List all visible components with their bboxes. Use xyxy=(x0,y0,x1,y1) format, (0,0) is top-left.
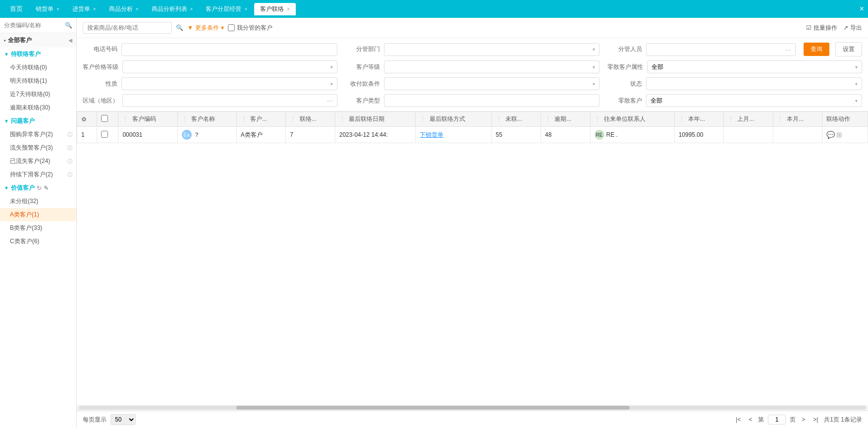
price-level-select[interactable]: ▾ xyxy=(122,60,337,73)
table-area: ⚙ ⋮ 客户编码 ⋮ 客户名称 xyxy=(77,111,868,405)
sidebar-item-warning[interactable]: 流失预警客户(3) ⓘ xyxy=(0,141,76,155)
status-select[interactable]: ▾ xyxy=(646,77,862,90)
nav-tab-sales[interactable]: 销货单 × xyxy=(30,3,65,15)
settings-icon[interactable]: ⚙ xyxy=(81,116,87,123)
sidebar-section-problem[interactable]: ▼ 问题客户 xyxy=(0,114,76,128)
customer-type-input[interactable] xyxy=(384,94,600,107)
retail-attr-select[interactable]: 全部 ▾ xyxy=(647,60,862,73)
col-contact[interactable]: ⋮ 联络... xyxy=(286,112,335,127)
more-filters-button[interactable]: ▼ 更多条件 ▾ xyxy=(187,24,224,32)
sidebar-item-overdue[interactable]: 逾期未联络(30) xyxy=(0,101,76,114)
phone-input[interactable] xyxy=(121,43,337,56)
col-this-month[interactable]: ⋮ 本月... xyxy=(773,112,822,127)
contact-method-link[interactable]: 下销货单 xyxy=(420,131,443,138)
scroll-track[interactable] xyxy=(79,406,866,410)
export-button[interactable]: ↗ 导出 xyxy=(843,24,862,32)
query-button[interactable]: 查询 xyxy=(804,43,829,56)
per-page-select[interactable]: 50 20 100 xyxy=(110,414,136,425)
col-this-year[interactable]: ⋮ 本年... xyxy=(674,112,723,127)
close-icon[interactable]: × xyxy=(244,6,247,12)
customer-level-select[interactable]: ▾ xyxy=(384,60,600,73)
nav-tab-home[interactable]: 首页 xyxy=(4,2,29,15)
manager-input[interactable]: ··· xyxy=(646,43,796,56)
search-input[interactable] xyxy=(83,22,172,34)
sidebar-collapse-arrow[interactable]: ◀ xyxy=(68,38,72,43)
sidebar-search-area: 🔍 xyxy=(0,18,76,33)
select-all-checkbox[interactable] xyxy=(101,115,108,122)
next-page-button[interactable]: > xyxy=(800,415,807,424)
col-action[interactable]: 联络动作 xyxy=(822,112,868,127)
close-icon[interactable]: × xyxy=(56,6,59,12)
sidebar-item-7days[interactable]: 近7天待联络(0) xyxy=(0,88,76,101)
payment-select[interactable]: ▾ xyxy=(384,77,600,90)
page-label: 第 xyxy=(758,416,764,424)
col-unit-contact[interactable]: ⋮ 往来单位联系人 xyxy=(590,112,674,127)
batch-action-button[interactable]: ☑ 批量操作 xyxy=(806,24,837,32)
sidebar-item-declining[interactable]: 持续下滑客户(2) ⓘ xyxy=(0,168,76,181)
row-last-month-cell xyxy=(724,127,773,143)
col-last-contact-method[interactable]: ⋮ 最后联络方式 xyxy=(416,112,491,127)
drag-handle-icon: ⋮ xyxy=(728,115,734,122)
dept-select[interactable]: ▾ xyxy=(384,43,600,56)
region-input[interactable]: ··· xyxy=(122,94,337,107)
row-checkbox[interactable] xyxy=(101,131,108,138)
nav-tab-customer-layer[interactable]: 客户分层经营 × xyxy=(200,3,253,15)
row-code-cell: 000031 xyxy=(118,127,177,143)
row-checkbox-cell[interactable] xyxy=(97,127,118,143)
chat-icon[interactable]: 💬 xyxy=(826,131,835,139)
sidebar-item-today[interactable]: 今天待联络(0) xyxy=(0,61,76,74)
nav-tab-product-analysis-list[interactable]: 商品分析列表 × xyxy=(146,3,199,15)
first-page-button[interactable]: |< xyxy=(734,415,743,424)
col-last-month[interactable]: ⋮ 上月... xyxy=(724,112,773,127)
col-no-contact[interactable]: ⋮ 未联... xyxy=(491,112,541,127)
row-last-contact-method-cell[interactable]: 下销货单 xyxy=(416,127,491,143)
qr-icon[interactable]: ⊞ xyxy=(836,131,842,139)
last-page-button[interactable]: >| xyxy=(811,415,820,424)
chevron-down-icon: ▾ xyxy=(855,64,858,70)
row-no-cell: 1 xyxy=(77,127,97,143)
avatar: Ea xyxy=(182,130,192,140)
nav-tab-customer-contact[interactable]: 客户联络 × xyxy=(254,3,296,15)
sidebar-item-c-class[interactable]: C类客户(6) xyxy=(0,235,76,248)
scroll-thumb[interactable] xyxy=(236,406,630,410)
sidebar-section-value[interactable]: ▼ 价值客户 ↻ ✎ xyxy=(0,181,76,195)
my-customers-checkbox[interactable] xyxy=(228,24,235,31)
sidebar-item-lost[interactable]: 已流失客户(24) ⓘ xyxy=(0,155,76,168)
checkbox-column-header[interactable] xyxy=(97,112,118,127)
my-customers-checkbox-label[interactable]: 我分管的客户 xyxy=(228,24,272,32)
drag-handle-icon: ⋮ xyxy=(777,115,783,122)
col-last-contact-date[interactable]: ⋮ 最后联络日期 xyxy=(335,112,416,127)
close-icon[interactable]: × xyxy=(136,6,139,12)
sidebar-search-input[interactable] xyxy=(4,22,63,29)
all-customers-header[interactable]: ▪ 全部客户 ◀ xyxy=(0,33,76,48)
nav-tab-product-analysis[interactable]: 商品分析 × xyxy=(103,3,145,15)
prev-page-button[interactable]: < xyxy=(747,415,754,424)
refresh-icon[interactable]: ↻ xyxy=(37,185,42,192)
sidebar-section-pending[interactable]: ▼ 待联络客户 xyxy=(0,48,76,61)
settings-column-header[interactable]: ⚙ xyxy=(77,112,97,127)
search-icon[interactable]: 🔍 xyxy=(65,22,72,29)
sidebar-item-ungroup[interactable]: 未分组(32) xyxy=(0,195,76,208)
page-number-input[interactable] xyxy=(768,415,786,425)
horizontal-scrollbar[interactable] xyxy=(77,405,868,411)
sidebar-item-abnormal[interactable]: 囤购异常客户(2) ⓘ xyxy=(0,128,76,141)
close-icon[interactable]: × xyxy=(287,6,290,12)
nav-tab-purchase[interactable]: 进货单 × xyxy=(66,3,102,15)
col-name[interactable]: ⋮ 客户名称 xyxy=(177,112,236,127)
more-icon[interactable]: ··· xyxy=(785,46,791,54)
retail-customer-select[interactable]: 全部 ▾ xyxy=(646,94,862,107)
sidebar-item-a-class[interactable]: A类客户(1) xyxy=(0,208,76,221)
close-icon[interactable]: × xyxy=(190,6,193,12)
more-icon[interactable]: ··· xyxy=(327,97,333,105)
search-icon[interactable]: 🔍 xyxy=(176,24,183,31)
col-code[interactable]: ⋮ 客户编码 xyxy=(118,112,177,127)
settings-button[interactable]: 设置 xyxy=(835,42,862,56)
close-all-button[interactable]: × xyxy=(860,4,864,13)
sidebar-item-b-class[interactable]: B类客户(33) xyxy=(0,221,76,235)
nature-select[interactable]: ▾ xyxy=(121,77,337,90)
col-type[interactable]: ⋮ 客户... xyxy=(236,112,285,127)
edit-icon[interactable]: ✎ xyxy=(44,185,49,192)
sidebar-item-tomorrow[interactable]: 明天待联络(1) xyxy=(0,74,76,88)
col-overdue[interactable]: ⋮ 逾期... xyxy=(541,112,590,127)
close-icon[interactable]: × xyxy=(93,6,96,12)
